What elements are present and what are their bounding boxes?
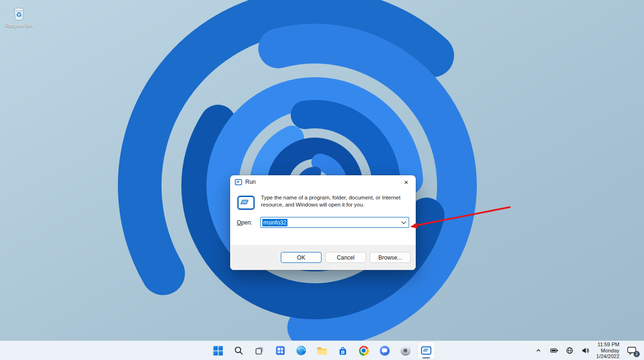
file-explorer-button[interactable]	[313, 342, 331, 359]
search-icon	[234, 346, 243, 355]
generic-app-icon	[401, 346, 411, 356]
taskbar-center-icons	[209, 341, 435, 360]
notifications-button[interactable]: 2	[624, 343, 639, 358]
task-view-icon	[255, 346, 264, 355]
chrome-button[interactable]	[355, 342, 372, 359]
run-dialog-titlebar[interactable]: Run ×	[230, 175, 416, 189]
close-icon: ×	[404, 178, 409, 186]
run-dialog-footer: OK Cancel Browse...	[230, 245, 416, 270]
windows-start-icon	[213, 346, 223, 356]
ok-button[interactable]: OK	[281, 252, 322, 263]
store-button[interactable]	[334, 342, 351, 359]
start-button[interactable]	[209, 342, 226, 359]
run-dialog-icon	[237, 196, 255, 210]
volume-icon	[581, 347, 590, 354]
taskbar: 11:59 PM Monday 1/24/2022 2	[0, 341, 644, 360]
taskbar-clock[interactable]: 11:59 PM Monday 1/24/2022	[595, 342, 621, 360]
recycle-bin-label: Recycle Bin	[4, 22, 34, 28]
task-view-button[interactable]	[251, 342, 268, 359]
widgets-icon	[276, 346, 285, 355]
notification-count-badge: 2	[634, 351, 640, 357]
search-button[interactable]	[230, 342, 247, 359]
open-combobox[interactable]: msinfo32	[260, 217, 409, 228]
combobox-dropdown-icon[interactable]	[401, 221, 406, 224]
recycle-bin-desktop-icon[interactable]: ♻ Recycle Bin	[4, 3, 34, 28]
svg-text:♻: ♻	[16, 11, 22, 18]
cancel-button[interactable]: Cancel	[325, 252, 366, 263]
open-label: Open:	[237, 219, 260, 226]
clock-time: 11:59 PM	[596, 342, 619, 348]
chrome-icon	[359, 346, 369, 356]
run-app-button[interactable]	[418, 342, 435, 359]
close-button[interactable]: ×	[397, 175, 416, 189]
run-dialog-description: Type the name of a program, folder, docu…	[261, 194, 409, 210]
microsoft-store-icon	[338, 346, 348, 356]
run-dialog: Run × Type the name of a program, folder…	[230, 175, 416, 270]
desktop: ♻ Recycle Bin Run × Type the name of a p…	[0, 0, 644, 360]
chevron-up-icon	[535, 347, 542, 354]
chat-icon	[380, 346, 390, 356]
clock-day: Monday	[596, 348, 619, 354]
widgets-button[interactable]	[272, 342, 289, 359]
edge-icon	[296, 345, 306, 356]
browse-button[interactable]: Browse...	[370, 252, 411, 263]
taskbar-system-tray: 11:59 PM Monday 1/24/2022 2	[532, 341, 644, 360]
generic-app-button[interactable]	[397, 342, 414, 359]
network-button[interactable]	[564, 343, 576, 358]
open-input-value[interactable]: msinfo32	[262, 219, 287, 226]
run-titlebar-icon	[235, 179, 242, 185]
clock-date: 1/24/2022	[596, 353, 619, 360]
edge-button[interactable]	[293, 342, 310, 359]
battery-button[interactable]	[548, 343, 560, 358]
recycle-bin-icon: ♻	[9, 3, 29, 22]
volume-button[interactable]	[579, 343, 591, 358]
chat-app-button[interactable]	[376, 342, 393, 359]
hidden-icons-button[interactable]	[532, 343, 545, 358]
battery-icon	[550, 347, 558, 354]
file-explorer-icon	[317, 346, 327, 355]
run-app-icon	[421, 346, 431, 355]
run-dialog-title: Run	[245, 179, 256, 185]
network-globe-icon	[566, 347, 573, 354]
